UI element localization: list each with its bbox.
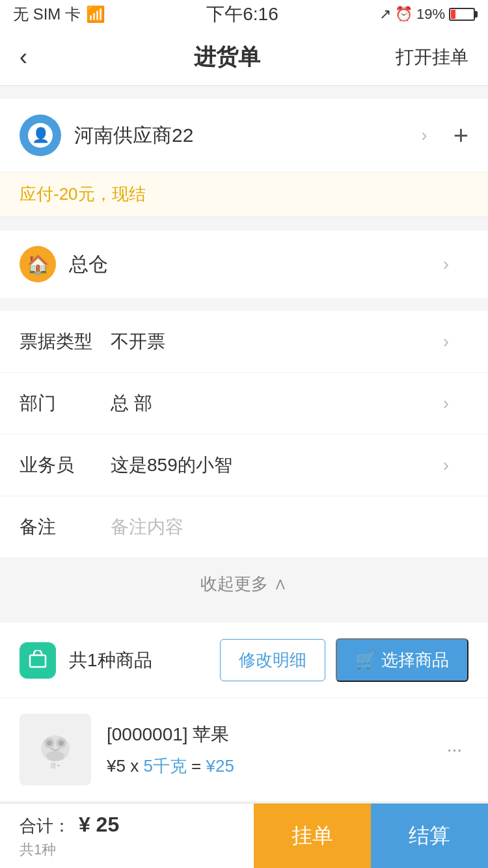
svg-point-4 (47, 740, 52, 746)
supplier-section: 👤 河南供应商22 › + 应付-20元，现结 (0, 99, 488, 217)
total-label: 合计： (20, 816, 70, 835)
product-qty: 5千克 (143, 756, 186, 776)
battery-label: 19% (416, 6, 445, 23)
products-count: 共1种商品 (69, 648, 220, 673)
section-gap-4 (0, 610, 488, 623)
svg-point-6 (46, 751, 64, 761)
checkout-label: 结算 (409, 822, 450, 850)
total-count: 共1种 (20, 840, 234, 860)
svg-point-5 (59, 740, 64, 746)
checkout-button[interactable]: 结算 (371, 804, 488, 869)
remark-row[interactable]: 备注 备注内容 (0, 496, 488, 558)
remark-placeholder[interactable]: 备注内容 (98, 515, 468, 539)
collapse-button[interactable]: 收起更多 ∧ (0, 558, 488, 610)
total-amount: 合计： ¥ 25 (20, 813, 234, 837)
payment-notice: 应付-20元，现结 (0, 172, 488, 217)
product-owl-icon: 督+ (33, 724, 78, 776)
product-unit-price: ¥5 (107, 756, 126, 776)
product-title: 苹果 (193, 724, 229, 744)
product-thumbnail: 督+ (20, 714, 91, 785)
pending-label: 挂单 (291, 822, 333, 850)
supplier-row[interactable]: 👤 河南供应商22 › + (0, 99, 488, 172)
product-name: [0000001] 苹果 (107, 722, 441, 747)
total-value: ¥ 25 (79, 813, 119, 836)
svg-text:督+: 督+ (50, 762, 61, 769)
product-multiply: x (130, 756, 143, 776)
location-icon: ↗ (379, 6, 391, 23)
warehouse-section: 🏠 总仓 › (0, 230, 488, 298)
salesperson-row[interactable]: 业务员 这是859的小智 › (0, 435, 488, 496)
invoice-chevron-icon: › (443, 331, 449, 352)
back-button[interactable]: ‹ (20, 44, 59, 71)
product-info: [0000001] 苹果 ¥5 x 5千克 = ¥25 (107, 722, 441, 778)
products-header: 共1种商品 修改明细 🛒 选择商品 (0, 623, 488, 698)
add-supplier-button[interactable]: + (454, 121, 468, 150)
product-item: 督+ [0000001] 苹果 ¥5 x 5千克 = ¥25 ··· (0, 698, 488, 802)
salesperson-chevron-icon: › (443, 455, 449, 476)
status-bar: 无 SIM 卡 📶 下午6:16 ↗ ⏰ 19% (0, 0, 488, 29)
section-gap-3 (0, 298, 488, 311)
status-bar-left: 无 SIM 卡 📶 (13, 4, 105, 25)
section-gap-2 (0, 217, 488, 230)
product-equals: = (191, 756, 206, 776)
remark-label: 备注 (20, 515, 98, 539)
select-product-icon: 🛒 (355, 650, 376, 670)
svg-rect-0 (30, 655, 46, 667)
form-section: 票据类型 不开票 › 部门 总 部 › 业务员 这是859的小智 › 备注 备注… (0, 311, 488, 558)
warehouse-icon: 🏠 (20, 246, 56, 282)
department-row[interactable]: 部门 总 部 › (0, 373, 488, 435)
invoice-type-row[interactable]: 票据类型 不开票 › (0, 311, 488, 373)
modify-detail-button[interactable]: 修改明细 (220, 639, 325, 681)
supplier-avatar-icon: 👤 (28, 123, 53, 148)
select-product-button[interactable]: 🛒 选择商品 (336, 638, 468, 682)
salesperson-value: 这是859的小智 (98, 453, 443, 478)
department-chevron-icon: › (443, 393, 449, 414)
page-title: 进货单 (194, 42, 260, 72)
warehouse-chevron-icon: › (443, 254, 449, 275)
invoice-type-label: 票据类型 (20, 329, 98, 354)
time-label: 下午6:16 (206, 2, 278, 27)
department-label: 部门 (20, 391, 98, 416)
nav-bar: ‹ 进货单 打开挂单 (0, 29, 488, 86)
product-code: [0000001] (107, 724, 188, 744)
salesperson-label: 业务员 (20, 453, 98, 478)
bottom-bar: 合计： ¥ 25 共1种 挂单 结算 (0, 803, 488, 868)
open-pending-button[interactable]: 打开挂单 (396, 45, 468, 70)
product-more-button[interactable]: ··· (441, 733, 468, 766)
status-bar-right: ↗ ⏰ 19% (379, 6, 475, 23)
invoice-type-value: 不开票 (98, 329, 443, 354)
supplier-chevron-icon: › (421, 125, 427, 146)
product-total: ¥25 (206, 756, 234, 776)
total-section: 合计： ¥ 25 共1种 (0, 813, 254, 860)
select-product-label: 选择商品 (381, 649, 449, 671)
carrier-label: 无 SIM 卡 (13, 4, 81, 25)
pending-button[interactable]: 挂单 (254, 804, 371, 869)
supplier-avatar: 👤 (20, 115, 61, 156)
department-value: 总 部 (98, 391, 443, 416)
warehouse-name: 总仓 (69, 251, 443, 278)
product-price: ¥5 x 5千克 = ¥25 (107, 755, 441, 778)
warehouse-row[interactable]: 🏠 总仓 › (0, 230, 488, 298)
products-icon (20, 642, 56, 679)
wifi-icon: 📶 (86, 5, 105, 23)
battery-icon (449, 8, 475, 21)
collapse-label: 收起更多 ∧ (200, 573, 287, 595)
alarm-icon: ⏰ (395, 6, 413, 23)
section-gap-1 (0, 86, 488, 99)
supplier-name: 河南供应商22 (74, 122, 421, 149)
